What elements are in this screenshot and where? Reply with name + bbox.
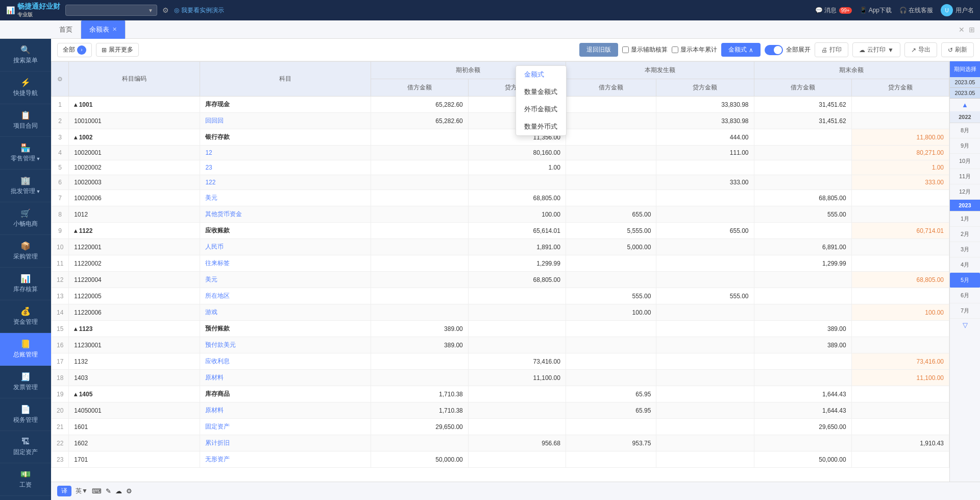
export-label: 导出: [918, 45, 930, 54]
expand-all-toggle[interactable]: [765, 45, 783, 55]
demo-link[interactable]: ◎ 我要看实例演示: [174, 6, 224, 15]
settings-col-header[interactable]: ⚙: [52, 62, 69, 97]
user-area[interactable]: U 用户名: [941, 4, 974, 16]
dropdown-item-shuliang-jine[interactable]: 数量金额式: [516, 83, 566, 101]
period-month-10[interactable]: 10月: [950, 154, 980, 169]
search-dropdown-arrow[interactable]: ▼: [148, 8, 153, 13]
row-opening-credit: [468, 451, 566, 468]
dropdown-item-waib-jine[interactable]: 外币金额式: [516, 101, 566, 118]
expand-more-btn[interactable]: ⊞ 展开更多: [96, 43, 139, 57]
sidebar-item-search-menu[interactable]: 🔍 搜索菜单: [0, 39, 51, 72]
refresh-btn[interactable]: ↺ 刷新: [941, 42, 974, 57]
fixed-assets-icon: 🏗: [4, 437, 47, 446]
row-closing-debit: 1,644.43: [754, 386, 851, 402]
export-btn[interactable]: ↗ 导出: [904, 42, 937, 57]
closing-credit-header: 贷方金额: [851, 79, 949, 97]
filter-all-btn[interactable]: 全部 ›: [57, 43, 92, 57]
balance-tab-close[interactable]: ✕: [112, 26, 117, 33]
row-opening-debit: [371, 255, 468, 272]
goback-btn[interactable]: 退回旧版: [579, 43, 618, 57]
row-name: 原材料: [200, 370, 371, 386]
sidebar-item-capital-mgmt[interactable]: 💰 资金管理: [0, 300, 51, 333]
sidebar-item-project-contract[interactable]: 📋 项目合同: [0, 104, 51, 137]
period-month-9[interactable]: 9月: [950, 138, 980, 154]
cloud-print-btn[interactable]: ☁ 云打印 ▼: [852, 42, 900, 57]
online-service-btn[interactable]: 🎧 在线客服: [899, 6, 933, 15]
row-code: 11220004: [69, 272, 200, 288]
table-settings-icon[interactable]: ⚙: [57, 76, 63, 83]
row-closing-credit: 1,910.43: [851, 435, 949, 451]
win-close-btn[interactable]: ✕: [959, 26, 965, 34]
row-opening-credit: 11,100.00: [468, 370, 566, 386]
period-header[interactable]: 期间选择: [950, 61, 980, 77]
table-row: 4 10020001 12 80,160.00 111.00 80,271.00: [52, 146, 949, 160]
row-current-debit: [566, 175, 656, 190]
row-closing-credit: 100.00: [851, 304, 949, 321]
print-btn[interactable]: 🖨 打印: [815, 42, 848, 57]
message-icon: 💬: [815, 7, 823, 14]
show-assist-checkbox[interactable]: [622, 46, 629, 53]
period-month-3[interactable]: 3月: [950, 242, 980, 257]
period-header-label: 期间选择: [952, 65, 978, 73]
win-pin-btn[interactable]: ⊞: [969, 26, 975, 34]
period-month-11[interactable]: 11月: [950, 169, 980, 184]
sidebar-item-quick-nav[interactable]: ⚡ 快捷导航: [0, 72, 51, 104]
row-num: 19: [52, 386, 69, 402]
period-month-4[interactable]: 4月: [950, 257, 980, 273]
home-tab[interactable]: 首页: [51, 20, 81, 39]
period-up-nav[interactable]: ▲: [950, 99, 980, 111]
sidebar-item-retail-mgmt[interactable]: 🏪 零售管理 ▼: [0, 137, 51, 170]
keyboard-icon[interactable]: ⌨: [92, 487, 102, 495]
message-btn[interactable]: 💬 消息 99+: [815, 6, 852, 15]
period-month-7[interactable]: 7月: [950, 303, 980, 319]
sidebar-item-fixed-assets[interactable]: 🏗 固定资产: [0, 431, 51, 463]
row-num: 14: [52, 304, 69, 321]
cloud-sync-icon[interactable]: ☁: [115, 487, 122, 495]
message-badge: 99+: [839, 7, 852, 14]
row-opening-debit: [371, 288, 468, 304]
mode-btn[interactable]: 金额式 ∧: [721, 43, 761, 57]
sidebar-item-ecommerce[interactable]: 🛒 小畅电商: [0, 202, 51, 235]
sidebar-item-inventory-check[interactable]: 📊 库存核算: [0, 268, 51, 300]
app-download-btn[interactable]: 📱 App下载: [860, 6, 892, 15]
row-closing-credit: 11,800.00: [851, 129, 949, 146]
sidebar-item-purchase-mgmt[interactable]: 📦 采购管理: [0, 235, 51, 268]
period-month-12[interactable]: 12月: [950, 184, 980, 200]
dropdown-item-shuliang-waib[interactable]: 数量外币式: [516, 118, 566, 135]
row-opening-debit: 65,282.60: [371, 97, 468, 113]
edit-icon[interactable]: ✎: [106, 487, 111, 495]
period-month-1[interactable]: 1月: [950, 211, 980, 227]
dropdown-item-jine[interactable]: 金额式: [516, 66, 566, 83]
period-month-6[interactable]: 6月: [950, 288, 980, 303]
period-down-nav[interactable]: ▽: [950, 319, 980, 331]
sidebar-item-salary[interactable]: 💵 工资: [0, 463, 51, 496]
row-name: 预付款美元: [200, 337, 371, 353]
period-month-5[interactable]: 5月: [950, 273, 980, 288]
sidebar-item-ledger-mgmt[interactable]: 📒 总账管理: [0, 333, 51, 366]
row-current-debit: [566, 97, 656, 113]
settings-icon[interactable]: ⚙: [162, 6, 169, 14]
top-search-input[interactable]: [65, 5, 157, 16]
show-assist-check-label: 显示辅助核算: [622, 45, 668, 54]
row-current-debit: [566, 160, 656, 175]
show-year-accum-checkbox[interactable]: [672, 46, 678, 53]
row-closing-debit: [754, 435, 851, 451]
sidebar-item-tax-mgmt[interactable]: 📄 税务管理: [0, 398, 51, 431]
row-closing-debit: [754, 146, 851, 160]
row-closing-debit: 389.00: [754, 321, 851, 337]
row-code: 10020003: [69, 175, 200, 190]
period-month-2[interactable]: 2月: [950, 227, 980, 242]
sidebar-item-wholesale-mgmt[interactable]: 🏢 批发管理 ▼: [0, 170, 51, 202]
row-num: 9: [52, 223, 69, 239]
closing-debit-header: 借方金额: [754, 79, 851, 97]
period-month-8[interactable]: 8月: [950, 123, 980, 138]
balance-tab[interactable]: 余额表 ✕: [81, 20, 126, 39]
translate-btn[interactable]: 译: [57, 486, 71, 496]
bottom-settings-icon[interactable]: ⚙: [126, 487, 132, 495]
row-current-debit: 65.95: [566, 402, 656, 419]
row-code: ▴ 1002: [69, 129, 200, 146]
row-num: 21: [52, 419, 69, 435]
sidebar-item-business-mgmt[interactable]: 📈 经营管理: [0, 496, 51, 500]
sidebar-item-invoice-mgmt[interactable]: 🧾 发票管理: [0, 366, 51, 398]
row-closing-credit: 11,100.00: [851, 370, 949, 386]
